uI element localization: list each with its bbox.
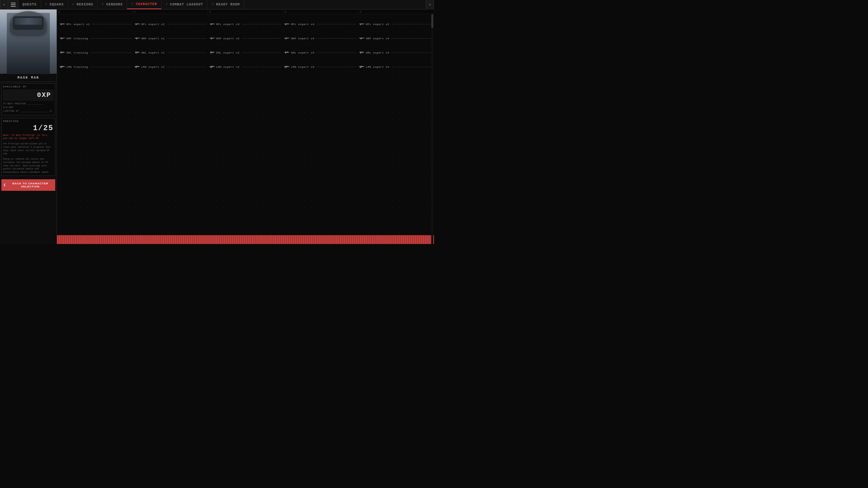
lifetime-value: 0 <box>50 110 52 113</box>
svg-rect-24 <box>62 38 62 38</box>
skill-item[interactable]: LMG expert v1 <box>133 64 208 69</box>
weapon-icon <box>359 50 364 55</box>
svg-point-56 <box>211 52 212 53</box>
skill-name: RFL expert v4 <box>291 23 314 26</box>
skill-progress-bar <box>391 53 431 53</box>
skill-progress-bar <box>167 24 207 24</box>
level-marker-2: 2 <box>132 9 208 14</box>
svg-rect-47 <box>61 53 61 54</box>
skill-item[interactable]: GRL expert v4 <box>358 50 433 55</box>
skill-progress-bar <box>242 38 282 39</box>
svg-rect-58 <box>288 52 289 53</box>
skill-progress-bar <box>316 53 356 53</box>
skill-item[interactable]: LMG expert v4 <box>358 64 433 69</box>
skill-progress-bar <box>316 67 356 67</box>
skill-item[interactable]: HRF expert v1 <box>133 36 208 41</box>
skill-item[interactable]: HRF expert v3 <box>283 36 358 41</box>
skill-item[interactable]: HRF expert v4 <box>358 36 433 41</box>
skill-progress-bar <box>242 24 282 24</box>
nav-item-vendors[interactable]: /VENDORS <box>98 0 127 9</box>
svg-rect-15 <box>284 23 285 24</box>
svg-rect-86 <box>364 66 364 67</box>
weapon-icon <box>60 50 65 55</box>
to-next-prestige-value: 0/8,000 <box>3 106 13 109</box>
skill-name: GRL expert v4 <box>366 51 389 54</box>
menu-button[interactable] <box>8 0 18 9</box>
level-marker-5: 5 <box>359 9 434 14</box>
weapon-icon <box>135 36 140 40</box>
skill-progress-bar <box>242 67 282 67</box>
svg-rect-67 <box>60 67 62 68</box>
svg-rect-39 <box>287 38 287 38</box>
skill-item[interactable]: GRL expert v1 <box>133 50 208 55</box>
svg-rect-5 <box>139 24 140 24</box>
skill-item[interactable]: LMG expert v3 <box>283 64 358 69</box>
skill-item[interactable]: RFL expert v2 <box>133 21 208 27</box>
svg-rect-10 <box>211 24 211 25</box>
svg-rect-29 <box>137 38 137 38</box>
skill-progress-bar <box>391 67 431 67</box>
skill-row: RFL expert v1 RFL expert v2 RFL expert v… <box>58 17 433 31</box>
skill-progress-bar <box>167 38 207 39</box>
skill-name: HRF expert v2 <box>216 37 240 40</box>
svg-rect-72 <box>135 67 137 68</box>
skill-progress-bar <box>316 24 356 24</box>
skill-item[interactable]: RFL expert v4 <box>283 21 358 27</box>
skill-item[interactable]: GRL expert v2 <box>208 50 283 55</box>
nav-item-ready-room[interactable]: /READY ROOM <box>208 0 244 9</box>
skill-item[interactable]: RFL expert v1 <box>58 21 133 27</box>
nav-slash: / <box>212 3 214 6</box>
nav-item-quests[interactable]: QUESTS <box>18 0 41 9</box>
skill-progress-bar <box>167 67 207 67</box>
svg-rect-81 <box>289 66 290 67</box>
skill-name: LMG expert v1 <box>141 65 165 68</box>
svg-rect-84 <box>286 66 288 66</box>
skill-item[interactable]: GRL expert v3 <box>283 50 358 55</box>
nav-item-squads[interactable]: /SQUADS <box>41 0 68 9</box>
skill-item[interactable]: HRF training <box>58 36 133 41</box>
nav-next-arrow[interactable]: › <box>426 0 434 9</box>
prestige-warning: When 'To Next Prestige' is full, you can… <box>3 134 54 141</box>
weapon-icon <box>210 50 215 55</box>
nav-slash: / <box>45 3 47 6</box>
svg-rect-21 <box>64 38 65 38</box>
skill-name: LMG expert v3 <box>291 65 314 68</box>
nav-item-label: SQUADS <box>50 3 64 6</box>
nav-item-character[interactable]: /CHARACTER <box>127 0 161 9</box>
helmet-detail <box>13 16 44 30</box>
nav-item-regions[interactable]: /REGIONS <box>68 0 98 9</box>
skill-item[interactable]: RFL expert v3 <box>208 21 283 27</box>
svg-rect-55 <box>211 53 211 54</box>
svg-point-60 <box>286 52 287 53</box>
svg-rect-19 <box>359 23 360 24</box>
svg-rect-34 <box>212 38 212 38</box>
skill-row: GRL training GRL expert v1 GRL expert v2… <box>58 45 433 60</box>
weapon-icon <box>284 36 290 40</box>
svg-rect-63 <box>360 53 361 54</box>
skill-row: HRF training HRF expert v1 HRF expert v2… <box>58 31 433 45</box>
svg-rect-33 <box>210 38 210 38</box>
back-arrow-icon: ❮ <box>3 183 6 186</box>
back-to-character-selection-button[interactable]: ❮ BACK TO CHARACTER SELECTION <box>1 179 55 191</box>
svg-rect-77 <box>210 67 212 68</box>
nav-prev-arrow[interactable]: ‹ <box>0 0 8 9</box>
weapon-icon <box>210 22 215 26</box>
level-bar: 12345 <box>57 9 434 14</box>
weapon-icon <box>135 65 140 69</box>
skill-item[interactable]: RFL expert v5 <box>358 21 433 27</box>
selection-bar <box>57 235 434 244</box>
svg-rect-88 <box>359 66 359 67</box>
svg-rect-12 <box>285 23 289 24</box>
skill-item[interactable]: LMG training <box>58 64 133 69</box>
svg-rect-8 <box>210 23 214 24</box>
nav-slash: / <box>131 2 134 6</box>
svg-rect-78 <box>210 66 210 67</box>
nav-item-combat-loadout[interactable]: /COMBAT LOADOUT <box>161 0 208 9</box>
svg-rect-69 <box>61 66 63 66</box>
skill-item[interactable]: HRF expert v2 <box>208 36 283 41</box>
skill-name: HRF expert v4 <box>366 37 389 40</box>
svg-rect-31 <box>214 38 215 38</box>
svg-rect-27 <box>136 38 137 39</box>
skill-item[interactable]: LMG expert v2 <box>208 64 283 69</box>
skill-item[interactable]: GRL training <box>58 50 133 55</box>
